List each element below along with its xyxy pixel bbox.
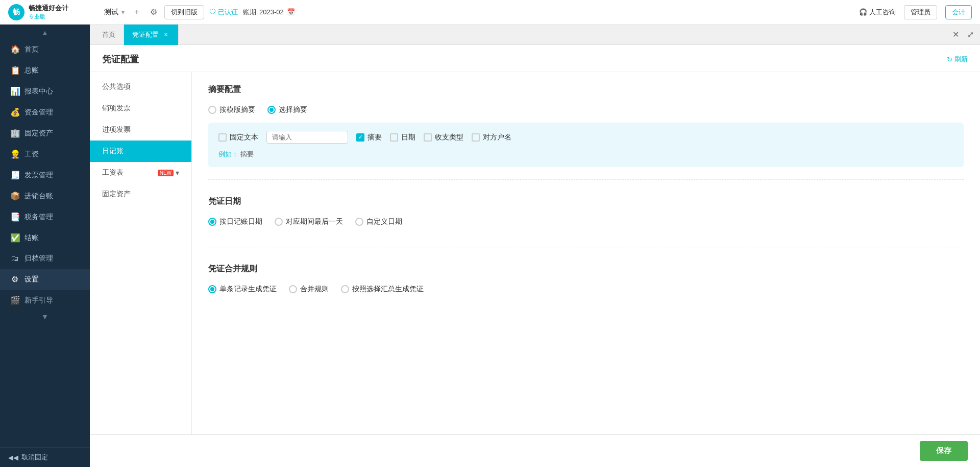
tab-expand-button[interactable]: ⤢ [965, 28, 976, 41]
section-summary: 摘要配置 按模版摘要 选择摘要 [208, 84, 964, 180]
date-radio-group: 按日记账日期 对应期间最后一天 自定义日期 [208, 217, 964, 226]
sidebar-item-tax[interactable]: 📑 税务管理 [0, 206, 90, 227]
radio-diary-date[interactable]: 按日记账日期 [208, 217, 262, 226]
guide-icon: 🎬 [10, 295, 19, 305]
period-display: 账期 2023-02 📅 [243, 8, 295, 17]
fixed-text-input[interactable] [266, 131, 348, 144]
radio-template-label: 按模版摘要 [219, 105, 255, 114]
checkbox-date[interactable]: 日期 [390, 133, 415, 142]
radio-select-summary[interactable]: 选择摘要 [267, 105, 307, 114]
sales-ledger-icon: 📦 [10, 191, 19, 201]
sidebar-item-sales-ledger[interactable]: 📦 进销台账 [0, 185, 90, 206]
checkbox-date-label: 日期 [401, 133, 415, 142]
logo-icon: 畅 [8, 4, 24, 20]
sidebar-item-archive[interactable]: 🗂 归档管理 [0, 248, 90, 269]
radio-single-record[interactable]: 单条记录生成凭证 [208, 285, 277, 294]
sidebar-item-fixed-assets[interactable]: 🏢 固定资产 [0, 123, 90, 144]
radio-merge-rule[interactable]: 合并规则 [289, 285, 329, 294]
config-nav-diary[interactable]: 日记账 [90, 141, 191, 162]
tab-home-label: 首页 [102, 30, 115, 39]
certified-status: 🛡 已认证 [209, 8, 238, 17]
checkbox-date-box [390, 133, 398, 142]
sidebar-label-guide: 新手引导 [24, 296, 53, 305]
sidebar-item-close-account[interactable]: ✅ 结账 [0, 227, 90, 248]
admin-button[interactable]: 管理员 [904, 5, 937, 19]
radio-template-circle [208, 106, 216, 114]
refresh-button[interactable]: ↻ 刷新 [947, 55, 968, 64]
radio-custom-date-circle [355, 218, 363, 226]
summary-radio-group: 按模版摘要 选择摘要 [208, 105, 964, 114]
tax-icon: 📑 [10, 212, 19, 222]
project-name: 测试 [104, 8, 118, 17]
tab-home[interactable]: 首页 [94, 25, 124, 45]
cancel-fixed-button[interactable]: ◀◀ 取消固定 [0, 447, 90, 467]
project-selector[interactable]: 测试 ▾ [104, 8, 125, 17]
radio-single-record-label: 单条记录生成凭证 [219, 285, 277, 294]
radio-summary-generate-circle [341, 285, 349, 293]
config-nav-payroll-table[interactable]: 工资表 NEW ▾ [90, 162, 191, 183]
accountant-button[interactable]: 会计 [945, 5, 972, 19]
checkbox-fixed-text-label: 固定文本 [230, 133, 258, 142]
section-date: 凭证日期 按日记账日期 对应期间最后一天 [208, 196, 964, 247]
checkbox-summary[interactable]: ✓ 摘要 [356, 133, 382, 142]
funds-icon: 💰 [10, 107, 19, 117]
tab-voucher-config-label: 凭证配置 [132, 30, 159, 39]
radio-custom-date[interactable]: 自定义日期 [355, 217, 402, 226]
config-nav-public[interactable]: 公共选项 [90, 76, 191, 98]
tab-close-window-button[interactable]: ✕ [950, 28, 961, 41]
scroll-down-btn[interactable]: ▼ [0, 311, 90, 323]
switch-old-version-button[interactable]: 切到旧版 [164, 5, 204, 19]
radio-select-circle [267, 106, 276, 114]
config-nav-sales-invoice[interactable]: 销项发票 [90, 98, 191, 119]
settings-icon[interactable]: ⚙ [148, 5, 159, 19]
invoices-icon: 🧾 [10, 170, 19, 180]
sidebar-item-home[interactable]: 🏠 首页 [0, 39, 90, 60]
radio-period-last-day-circle [275, 218, 283, 226]
checkbox-counterparty[interactable]: 对方户名 [472, 133, 511, 142]
example-prefix: 例如： [218, 150, 238, 158]
chevron-down-icon: ▾ [121, 9, 125, 16]
tab-voucher-config[interactable]: 凭证配置 × [124, 25, 179, 45]
close-account-icon: ✅ [10, 233, 19, 243]
add-button[interactable]: ＋ [131, 5, 143, 19]
page-header: 凭证配置 ↻ 刷新 [90, 45, 980, 72]
radio-summary-generate-label: 按照选择汇总生成凭证 [352, 285, 424, 294]
sidebar-item-reports[interactable]: 📊 报表中心 [0, 81, 90, 102]
calendar-icon[interactable]: 📅 [287, 8, 295, 16]
merge-radio-group: 单条记录生成凭证 合并规则 按照选择汇总生成凭证 [208, 285, 964, 294]
sidebar-item-payroll[interactable]: 👷 工资 [0, 144, 90, 165]
reports-icon: 📊 [10, 86, 19, 96]
config-nav-sales-invoice-label: 销项发票 [102, 104, 131, 113]
sidebar-item-settings[interactable]: ⚙ 设置 [0, 269, 90, 290]
settings-nav-icon: ⚙ [10, 274, 19, 284]
section-merge-title: 凭证合并规则 [208, 264, 964, 274]
archive-icon: 🗂 [10, 254, 19, 263]
sidebar-item-ledger[interactable]: 📋 总账 [0, 60, 90, 81]
radio-merge-rule-circle [289, 285, 297, 293]
checkbox-fixed-text[interactable]: 固定文本 [218, 133, 258, 142]
sidebar-item-guide[interactable]: 🎬 新手引导 [0, 290, 90, 311]
checkbox-payment-type-box [424, 133, 432, 142]
top-bar-actions: ＋ ⚙ 切到旧版 🛡 已认证 账期 2023-02 📅 [131, 5, 295, 19]
radio-template-summary[interactable]: 按模版摘要 [208, 105, 255, 114]
radio-period-last-day-label: 对应期间最后一天 [286, 217, 343, 226]
sidebar-item-funds[interactable]: 💰 资金管理 [0, 102, 90, 123]
headset-icon: 🎧 [859, 8, 867, 16]
fixed-assets-icon: 🏢 [10, 128, 19, 138]
consult-button[interactable]: 🎧 人工咨询 [859, 8, 896, 17]
sidebar-label-home: 首页 [24, 45, 39, 54]
tab-close-icon[interactable]: × [162, 31, 170, 39]
config-nav-fixed-assets[interactable]: 固定资产 [90, 183, 191, 205]
ledger-icon: 📋 [10, 65, 19, 75]
save-button[interactable]: 保存 [920, 441, 968, 461]
radio-summary-generate[interactable]: 按照选择汇总生成凭证 [341, 285, 424, 294]
example-value: 摘要 [240, 150, 254, 158]
checkbox-payment-type[interactable]: 收支类型 [424, 133, 463, 142]
radio-period-last-day[interactable]: 对应期间最后一天 [275, 217, 343, 226]
page-title: 凭证配置 [102, 53, 139, 65]
checkbox-counterparty-box [472, 133, 480, 142]
radio-single-record-circle [208, 285, 216, 293]
config-nav-purchase-invoice[interactable]: 进项发票 [90, 119, 191, 141]
sidebar-item-invoices[interactable]: 🧾 发票管理 [0, 165, 90, 185]
scroll-up-btn[interactable]: ▲ [0, 27, 90, 39]
